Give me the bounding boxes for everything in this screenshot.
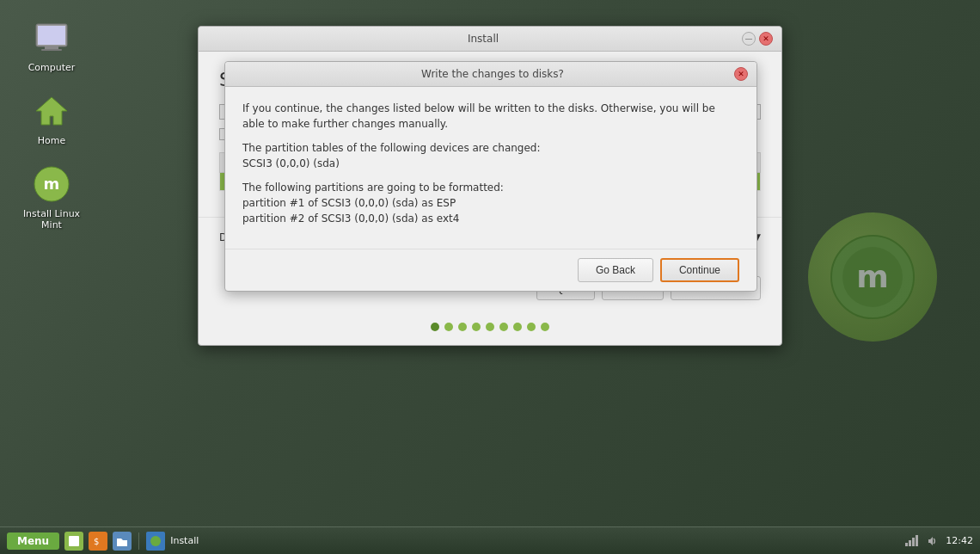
desktop-icon-computer[interactable]: Computer (17, 17, 86, 73)
install-window: Install — ✕ Something else free space 1. (198, 26, 782, 346)
dialog: Write the changes to disks? ✕ If you con… (224, 61, 757, 292)
home-icon (31, 90, 72, 132)
computer-icon (31, 17, 72, 58)
taskbar-icon-files[interactable] (64, 532, 83, 551)
desktop-icon-install[interactable]: m Install Linux Mint (17, 163, 86, 231)
taskbar-icon-folder[interactable] (113, 532, 132, 551)
dialog-body: If you continue, the changes listed belo… (225, 87, 756, 249)
svg-rect-14 (909, 540, 911, 546)
svg-rect-3 (41, 49, 62, 51)
dialog-footer: Go Back Continue (225, 249, 756, 291)
home-icon-label: Home (38, 135, 65, 146)
svg-rect-15 (912, 538, 915, 546)
svg-rect-13 (905, 543, 908, 546)
dot-4 (472, 323, 481, 331)
taskbar-separator (138, 532, 139, 550)
dialog-message3: The following partitions are going to be… (242, 180, 739, 226)
svg-marker-4 (36, 97, 67, 125)
dot-9 (541, 323, 549, 331)
taskbar-menu-button[interactable]: Menu (7, 532, 59, 550)
minimize-button[interactable]: — (742, 32, 756, 46)
window-titlebar: Install — ✕ (199, 27, 781, 52)
go-back-button[interactable]: Go Back (578, 258, 653, 282)
dot-6 (499, 323, 508, 331)
dot-8 (527, 323, 536, 331)
taskbar-right: 12:42 (904, 534, 973, 548)
taskbar: Menu $ Install 12:42 (0, 526, 980, 554)
svg-text:m: m (856, 259, 889, 294)
dot-7 (513, 323, 522, 331)
install-icon-label: Install Linux Mint (17, 208, 86, 231)
window-controls: — ✕ (742, 32, 773, 46)
desktop-icons: Computer Home m Install Linux Mint (17, 17, 86, 231)
volume-icon (925, 534, 939, 548)
network-icon (904, 534, 918, 548)
svg-rect-1 (38, 26, 65, 45)
install-icon: m (31, 163, 72, 205)
taskbar-install-icon[interactable] (146, 532, 165, 551)
close-button[interactable]: ✕ (759, 32, 773, 46)
svg-text:m: m (44, 175, 60, 193)
taskbar-icon-terminal[interactable]: $ (89, 532, 107, 551)
window-title: Install (224, 33, 742, 45)
svg-text:$: $ (94, 537, 99, 546)
svg-rect-2 (45, 46, 58, 49)
dialog-message2: The partition tables of the following de… (242, 140, 739, 171)
dot-1 (431, 323, 439, 331)
svg-rect-10 (69, 536, 79, 546)
continue-button[interactable]: Continue (660, 258, 739, 282)
dialog-message1: If you continue, the changes listed belo… (242, 101, 739, 132)
computer-icon-label: Computer (28, 62, 76, 73)
mint-logo: m (808, 212, 937, 342)
svg-rect-16 (916, 535, 918, 546)
taskbar-install-label: Install (170, 535, 199, 546)
pagination (199, 314, 781, 345)
dot-2 (444, 323, 453, 331)
window-content: Something else free space 1.0 MB sda1 (e… (199, 52, 781, 217)
dialog-title: Write the changes to disks? (251, 68, 734, 80)
dialog-close-button[interactable]: ✕ (734, 67, 748, 81)
dot-3 (458, 323, 467, 331)
desktop-icon-home[interactable]: Home (17, 90, 86, 146)
clock: 12:42 (946, 535, 973, 546)
dot-5 (486, 323, 494, 331)
dialog-titlebar: Write the changes to disks? ✕ (225, 62, 756, 87)
desktop: Computer Home m Install Linux Mint (0, 0, 980, 554)
svg-point-12 (150, 536, 161, 546)
